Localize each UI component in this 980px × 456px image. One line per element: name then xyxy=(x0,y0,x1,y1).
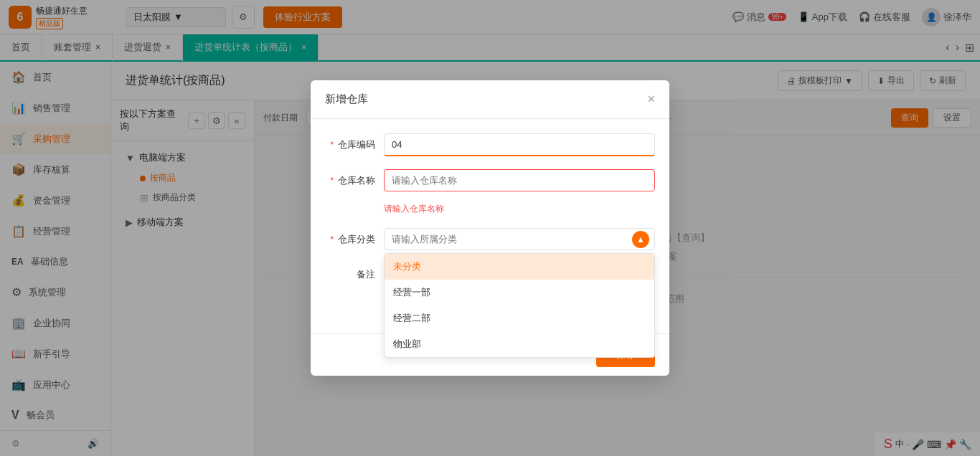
name-error-message: 请输入仓库名称 xyxy=(384,204,444,214)
new-warehouse-dialog: 新增仓库 × * 仓库编码 * 仓库名称 请输入仓库名称 xyxy=(311,80,669,376)
dialog-header: 新增仓库 × xyxy=(311,80,669,119)
code-label: * 仓库编码 xyxy=(325,133,375,151)
dialog-close-button[interactable]: × xyxy=(647,92,655,107)
warehouse-name-input[interactable] xyxy=(384,169,655,191)
notes-label: 备注 xyxy=(325,263,375,281)
category-dropdown: 未分类 经营一部 经营二部 物业部 xyxy=(384,253,655,358)
dropdown-item-dept3[interactable]: 物业部 xyxy=(385,331,654,357)
name-label: * 仓库名称 xyxy=(325,169,375,187)
form-row-code: * 仓库编码 xyxy=(325,133,655,156)
category-input[interactable] xyxy=(384,228,655,250)
dialog-title: 新增仓库 xyxy=(325,92,368,106)
dropdown-item-dept2[interactable]: 经营二部 xyxy=(385,305,654,331)
category-label: * 仓库分类 xyxy=(325,228,375,246)
category-input-wrap: ▲ 未分类 经营一部 经营二部 物业部 xyxy=(384,228,655,250)
dialog-body: * 仓库编码 * 仓库名称 请输入仓库名称 * 仓库分类 xyxy=(311,119,669,333)
dropdown-item-dept1[interactable]: 经营一部 xyxy=(385,280,654,305)
dropdown-item-uncategorized[interactable]: 未分类 xyxy=(385,254,654,280)
form-row-category: * 仓库分类 ▲ 未分类 经营一部 经营二部 物业部 xyxy=(325,228,655,250)
form-row-name: * 仓库名称 请输入仓库名称 xyxy=(325,169,655,215)
category-toggle-button[interactable]: ▲ xyxy=(632,231,649,248)
warehouse-code-input[interactable] xyxy=(384,133,655,156)
